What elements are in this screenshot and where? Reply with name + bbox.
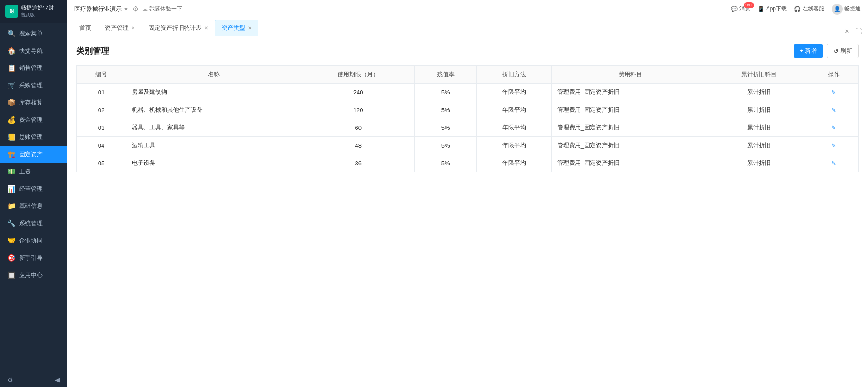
purchase-icon: 🛒 <box>7 81 15 89</box>
cell-name: 电子设备 <box>126 154 302 172</box>
app-download-btn[interactable]: 📱 App下载 <box>758 5 787 13</box>
table-row: 01 房屋及建筑物 240 5% 年限平均 管理费用_固定资产折旧 累计折旧 ✎ <box>77 84 859 101</box>
cell-residual: 5% <box>415 84 477 101</box>
company-name[interactable]: 医疗器械行业演示 ▼ <box>74 5 129 13</box>
new-button[interactable]: + 新增 <box>794 44 823 58</box>
cloud-icon: ☁ <box>142 6 148 12</box>
sidebar-item-finance[interactable]: 💰 资金管理 <box>0 111 67 129</box>
fullscreen-btn[interactable]: ⛶ <box>854 27 863 36</box>
cell-action[interactable]: ✎ <box>809 84 858 101</box>
sidebar-item-system[interactable]: 🔧 系统管理 <box>0 215 67 232</box>
tab-label-asset-mgmt: 资产管理 <box>105 24 129 32</box>
app-center-icon: 🔲 <box>7 271 15 279</box>
tab-depreciation-table[interactable]: 固定资产折旧统计表✕ <box>142 20 215 36</box>
sidebar-item-enterprise[interactable]: 🤝 企业协同 <box>0 232 67 249</box>
messages-btn[interactable]: 💬 消息 99+ <box>731 5 750 13</box>
settings-icon[interactable]: ⚙ <box>7 376 13 383</box>
edit-icon[interactable]: ✎ <box>831 142 836 149</box>
sidebar-item-label: 固定资产 <box>19 150 43 159</box>
sidebar-item-ledger[interactable]: 📒 总账管理 <box>0 129 67 146</box>
cell-period: 120 <box>302 101 415 119</box>
sidebar-item-label: 采购管理 <box>19 81 43 89</box>
topbar-settings-icon[interactable]: ⚙ <box>132 5 139 13</box>
edit-icon[interactable]: ✎ <box>831 107 836 114</box>
sidebar-nav: 🔍 搜索菜单 🏠 快捷导航 📋 销售管理 🛒 采购管理 📦 库存核算 💰 资金管… <box>0 23 67 372</box>
data-table: 编号名称使用期限（月）残值率折旧方法费用科目累计折旧科目操作 01 房屋及建筑物… <box>76 65 859 172</box>
cell-action[interactable]: ✎ <box>809 119 858 137</box>
edit-icon[interactable]: ✎ <box>831 160 836 167</box>
cell-period: 60 <box>302 119 415 137</box>
cell-action[interactable]: ✎ <box>809 154 858 172</box>
cell-expense: 管理费用_固定资产折旧 <box>551 101 709 119</box>
cell-method: 年限平均 <box>477 84 552 101</box>
column-header: 残值率 <box>415 66 477 84</box>
finance-icon: 💰 <box>7 116 15 124</box>
refresh-icon: ↺ <box>833 48 838 55</box>
page-header: 类别管理 + 新增 ↺ 刷新 <box>76 44 859 58</box>
quick-nav-icon: 🏠 <box>7 47 15 55</box>
edit-icon[interactable]: ✎ <box>831 124 836 131</box>
column-header: 使用期限（月） <box>302 66 415 84</box>
close-tab-btn[interactable]: ✕ <box>843 27 851 36</box>
table-row: 02 机器、机械和其他生产设备 120 5% 年限平均 管理费用_固定资产折旧 … <box>77 101 859 119</box>
company-dropdown-icon[interactable]: ▼ <box>124 6 129 12</box>
cell-method: 年限平均 <box>477 119 552 137</box>
sidebar-header: 财 畅捷通好业财 普及版 <box>0 0 67 23</box>
sidebar-item-operations[interactable]: 📊 经营管理 <box>0 180 67 198</box>
sidebar-item-search[interactable]: 🔍 搜索菜单 <box>0 25 67 42</box>
page-actions: + 新增 ↺ 刷新 <box>794 44 859 58</box>
online-service-btn[interactable]: 🎧 在线客服 <box>794 5 824 13</box>
message-icon: 💬 <box>731 6 738 12</box>
topbar-right: 💬 消息 99+ 📱 App下载 🎧 在线客服 👤 畅捷通 <box>731 4 861 15</box>
cell-period: 36 <box>302 154 415 172</box>
cell-action[interactable]: ✎ <box>809 101 858 119</box>
sidebar-item-basic-info[interactable]: 📁 基础信息 <box>0 198 67 215</box>
cell-residual: 5% <box>415 101 477 119</box>
top-bar: 医疗器械行业演示 ▼ ⚙ ☁ 我要体验一下 💬 消息 99+ 📱 App下载 🎧… <box>67 0 868 18</box>
operations-icon: 📊 <box>7 185 15 193</box>
collapse-icon[interactable]: ◀ <box>55 376 60 383</box>
sidebar-item-payroll[interactable]: 💵 工资 <box>0 163 67 180</box>
column-header: 累计折旧科目 <box>709 66 809 84</box>
sidebar-item-quick-nav[interactable]: 🏠 快捷导航 <box>0 42 67 60</box>
sidebar-item-label: 工资 <box>19 168 31 176</box>
cell-method: 年限平均 <box>477 101 552 119</box>
tab-close-depreciation-table[interactable]: ✕ <box>204 26 208 30</box>
system-icon: 🔧 <box>7 219 15 228</box>
main-area: 医疗器械行业演示 ▼ ⚙ ☁ 我要体验一下 💬 消息 99+ 📱 App下载 🎧… <box>67 0 868 387</box>
table-row: 04 运输工具 48 5% 年限平均 管理费用_固定资产折旧 累计折旧 ✎ <box>77 137 859 154</box>
tab-home[interactable]: 首页 <box>73 20 98 36</box>
tab-close-asset-mgmt[interactable]: ✕ <box>131 26 135 30</box>
column-header: 名称 <box>126 66 302 84</box>
edit-icon[interactable]: ✎ <box>831 89 836 96</box>
cell-method: 年限平均 <box>477 137 552 154</box>
sidebar-item-sales[interactable]: 📋 销售管理 <box>0 60 67 77</box>
cell-residual: 5% <box>415 137 477 154</box>
avatar: 👤 <box>832 4 843 15</box>
cell-code: 01 <box>77 84 126 101</box>
tab-close-asset-type[interactable]: ✕ <box>248 26 252 30</box>
tab-asset-mgmt[interactable]: 资产管理✕ <box>98 20 142 36</box>
phone-icon: 📱 <box>758 6 764 12</box>
sidebar-item-purchase[interactable]: 🛒 采购管理 <box>0 77 67 94</box>
cell-action[interactable]: ✎ <box>809 137 858 154</box>
user-btn[interactable]: 👤 畅捷通 <box>832 4 861 15</box>
tab-label-depreciation-table: 固定资产折旧统计表 <box>149 24 202 32</box>
column-header: 操作 <box>809 66 858 84</box>
sidebar-item-inventory[interactable]: 📦 库存核算 <box>0 94 67 111</box>
experience-btn[interactable]: ☁ 我要体验一下 <box>142 5 182 13</box>
sidebar-item-label: 销售管理 <box>19 64 43 72</box>
cell-name: 器具、工具、家具等 <box>126 119 302 137</box>
sidebar-item-app-center[interactable]: 🔲 应用中心 <box>0 267 67 284</box>
sidebar-footer: ⚙ ◀ <box>0 372 67 387</box>
sidebar-item-fixed-assets[interactable]: 🏗️ 固定资产 <box>0 146 67 163</box>
sidebar-item-label: 经营管理 <box>19 185 43 193</box>
tab-asset-type[interactable]: 资产类型✕ <box>215 20 258 36</box>
app-name: 畅捷通好业财 <box>21 5 54 12</box>
sidebar-item-label: 基础信息 <box>19 202 43 210</box>
refresh-button[interactable]: ↺ 刷新 <box>827 44 859 58</box>
sidebar-item-guide[interactable]: 🎯 新手引导 <box>0 249 67 267</box>
sidebar-item-label: 总账管理 <box>19 133 43 141</box>
cell-name: 运输工具 <box>126 137 302 154</box>
cell-expense: 管理费用_固定资产折旧 <box>551 154 709 172</box>
